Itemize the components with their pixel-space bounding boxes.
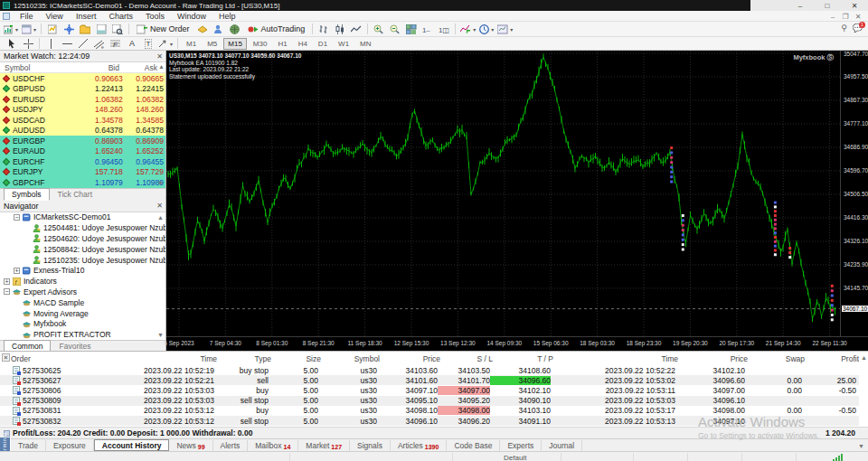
child-close-button[interactable]: ✕ xyxy=(852,13,864,21)
timeframe-mn-button[interactable]: MN xyxy=(355,38,375,50)
candlestick-chart[interactable] xyxy=(166,51,840,336)
scroll-up-icon[interactable]: ▲ xyxy=(158,63,165,70)
expand-icon[interactable]: + xyxy=(14,268,20,274)
order-row[interactable]: 5275308322023.09.22 10:53:12sell stop5.0… xyxy=(0,416,859,426)
menu-item-insert[interactable]: Insert xyxy=(70,11,103,22)
column-header-order[interactable]: Order xyxy=(11,354,99,365)
navigator-item[interactable]: −ICMarketsSC-Demo01 xyxy=(0,212,165,223)
maximize-button[interactable]: □ xyxy=(814,2,841,10)
cursor-button[interactable] xyxy=(5,37,19,50)
market-watch-row[interactable]: EURJPY157.718157.729 xyxy=(0,167,165,178)
orders-table-header[interactable]: OrderTimeTypeSizeSymbolPriceS / LT / PTi… xyxy=(11,354,859,365)
menu-item-window[interactable]: Window xyxy=(171,11,212,22)
timeframe-d1-button[interactable]: D1 xyxy=(314,38,332,50)
terminal-tab-news[interactable]: News99 xyxy=(169,440,212,452)
menu-item-file[interactable]: File xyxy=(14,11,40,22)
shapes-button[interactable]: ▾ xyxy=(157,37,174,50)
market-watch-row[interactable]: EURUSD1.063821.06382 xyxy=(0,94,165,105)
column-header-time[interactable]: Time xyxy=(99,354,217,365)
horizontal-line-button[interactable] xyxy=(60,37,74,50)
navigator-item[interactable]: 12508842: Udoye Jesuspower Nzube- xyxy=(0,244,165,255)
terminal-tab-experts[interactable]: Experts xyxy=(500,440,542,452)
column-header-profit[interactable]: Profit xyxy=(805,354,859,365)
terminal-tab-mailbox[interactable]: Mailbox14 xyxy=(248,440,298,452)
minimize-button[interactable]: – xyxy=(787,2,814,10)
profile-selector[interactable]: Default xyxy=(504,454,526,461)
time-axis[interactable]: 6 Sep 20237 Sep 04:308 Sep 01:308 Sep 21… xyxy=(166,336,868,351)
line-chart-mode-button[interactable] xyxy=(349,23,363,35)
vertical-line-button[interactable] xyxy=(43,37,58,50)
terminal-side-label[interactable]: Terminal xyxy=(0,437,10,452)
new-order-button[interactable]: New Order xyxy=(132,23,194,35)
price-axis[interactable]: 35047.7034957.5034867.3034777.1034686.90… xyxy=(840,51,868,336)
market-watch-row[interactable]: USDJPY148.260148.260 xyxy=(0,105,165,116)
navigator-toggle-button[interactable] xyxy=(78,23,92,35)
terminal-tab-articles[interactable]: Articles1390 xyxy=(391,440,447,452)
community-button[interactable] xyxy=(212,23,226,35)
navigator-item[interactable]: 12504620: Udoye Jesuspower Nzube- xyxy=(0,233,165,244)
terminal-tab-code-base[interactable]: Code Base xyxy=(447,440,500,452)
terminal-tab-market[interactable]: Market127 xyxy=(298,440,350,452)
arrange-windows-button[interactable]: 1⎯ xyxy=(420,23,435,35)
mql5-website-button[interactable] xyxy=(228,23,242,35)
menu-item-charts[interactable]: Charts xyxy=(102,11,139,22)
order-row[interactable]: 5275308312023.09.22 10:53:12buy5.00us303… xyxy=(0,406,859,416)
market-watch-header[interactable]: Market Watch: 12:24:09 ✕ xyxy=(0,51,165,62)
equidistant-channel-button[interactable]: e xyxy=(92,37,107,50)
market-watch-row[interactable]: EURCHF0.964500.96455 xyxy=(0,156,165,167)
order-row[interactable]: 5275308062023.09.22 10:53:03buy5.00us303… xyxy=(0,385,859,395)
scroll-up-icon[interactable]: ▲ xyxy=(861,354,867,361)
label-button[interactable]: T xyxy=(141,37,156,50)
expand-icon[interactable]: + xyxy=(4,278,10,285)
tab-symbols[interactable]: Symbols xyxy=(4,188,50,201)
navigator-header[interactable]: Navigator ✕ xyxy=(0,201,165,212)
search-icon[interactable]: ⚲ xyxy=(841,24,847,33)
terminal-tab-alerts[interactable]: Alerts xyxy=(213,440,249,452)
child-restore-button[interactable]: ❐ xyxy=(839,13,852,21)
profiles-button[interactable]: ▾ xyxy=(21,23,37,35)
navigator-item[interactable]: PROFIT EXTRACTOR xyxy=(0,329,165,339)
navigator-item[interactable]: Myfxbook xyxy=(0,318,165,329)
navigator-item[interactable]: Moving Average xyxy=(0,308,165,319)
zoom-in-button[interactable] xyxy=(372,23,386,35)
order-row[interactable]: 5275306272023.09.22 10:52:21sell5.00us30… xyxy=(0,375,859,385)
terminal-close-icon[interactable]: ✕ xyxy=(2,353,10,362)
scroll-up-icon[interactable]: ▲ xyxy=(157,214,164,221)
navigator-item[interactable]: −Expert Advisors xyxy=(0,287,165,297)
column-header-sl[interactable]: S / L xyxy=(440,354,493,365)
collapse-icon[interactable]: − xyxy=(4,288,10,295)
terminal-tab-account-history[interactable]: Account History xyxy=(94,439,170,451)
data-window-toggle-button[interactable] xyxy=(61,23,76,35)
timeframe-m15-button[interactable]: M15 xyxy=(223,38,247,50)
market-watch-toggle-button[interactable] xyxy=(45,23,60,35)
navigator-item[interactable]: 12510235: Udoye Jesuspower Nzube- xyxy=(0,255,165,266)
bar-chart-mode-button[interactable] xyxy=(316,23,331,35)
notifications-icon[interactable]: 💬1 xyxy=(853,24,863,33)
navigator-item[interactable]: 12504481: Udoye Jesuspower Nzube- xyxy=(0,222,165,233)
order-row[interactable]: 5275306252023.09.22 10:52:19buy stop5.00… xyxy=(0,365,859,375)
timeframe-w1-button[interactable]: W1 xyxy=(334,38,354,50)
templates-button[interactable]: ▾ xyxy=(496,23,514,35)
text-button[interactable]: A xyxy=(125,37,139,50)
periods-button[interactable]: ▾ xyxy=(478,23,495,35)
column-header-type[interactable]: Type xyxy=(217,354,271,365)
chart-window[interactable]: US30,M15 34073.10 34077.10 34059.60 3406… xyxy=(166,51,868,351)
tab-tick-chart[interactable]: Tick Chart xyxy=(50,188,100,201)
menu-item-view[interactable]: View xyxy=(40,11,70,22)
terminal-tab-exposure[interactable]: Exposure xyxy=(46,440,94,452)
column-header-price[interactable]: Price xyxy=(678,354,748,365)
navigator-item[interactable]: +fIndicators xyxy=(0,276,165,287)
market-watch-row[interactable]: USDCAD1.345781.34585 xyxy=(0,115,165,126)
navigator-item[interactable]: MACD Sample xyxy=(0,297,165,308)
market-watch-row[interactable]: EURAUD1.652401.65252 xyxy=(0,146,165,157)
timeframe-m5-button[interactable]: M5 xyxy=(203,38,222,50)
market-watch-row[interactable]: GBPCHF1.109791.10989 xyxy=(0,177,165,188)
trendline-button[interactable] xyxy=(76,37,90,50)
column-header-time[interactable]: Time xyxy=(553,354,678,365)
autotrading-button[interactable]: AutoTrading xyxy=(243,23,310,35)
indicators-button[interactable]: ▾ xyxy=(459,23,476,35)
market-watch-column-header[interactable]: Symbol Bid Ask ▲ xyxy=(0,62,165,73)
column-header-swap[interactable]: Swap xyxy=(748,354,805,365)
timeframe-m1-button[interactable]: M1 xyxy=(182,38,201,50)
timeframe-h1-button[interactable]: H1 xyxy=(273,38,291,50)
